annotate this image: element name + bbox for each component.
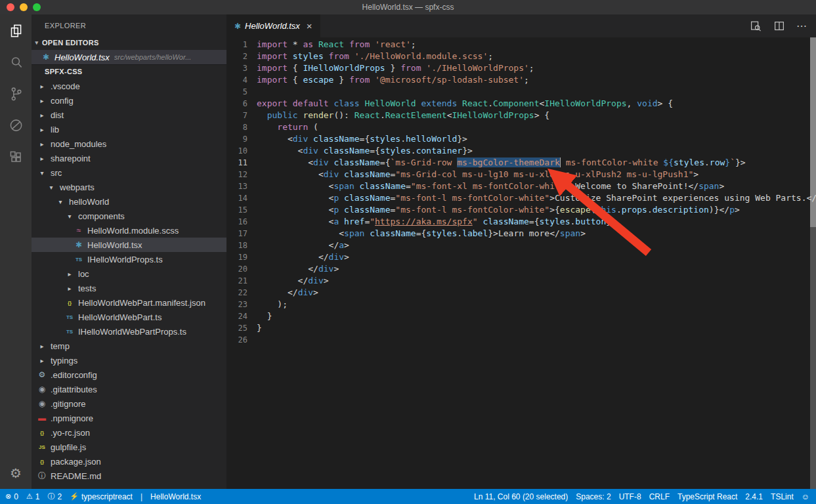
line-number[interactable]: 8 [226,121,247,133]
code-line-2[interactable]: 2import styles from './HelloWorld.module… [226,51,816,62]
tree-item-README.md[interactable]: ⓘREADME.md [32,469,226,483]
tree-item-dist[interactable]: ▸dist [32,108,226,122]
line-number[interactable]: 14 [226,192,247,204]
tree-item-gulpfile.js[interactable]: JSgulpfile.js [32,440,226,454]
search-icon[interactable] [3,51,29,74]
code-line-22[interactable]: 22 </div> [226,287,816,299]
line-number[interactable]: 24 [226,310,247,322]
line-number[interactable]: 10 [226,145,247,157]
line-number[interactable]: 15 [226,204,247,216]
tree-item-sharepoint[interactable]: ▸sharepoint [32,151,226,165]
problems-infos[interactable]: ⓘ 2 [47,492,62,501]
code-line-8[interactable]: 8 return ( [226,121,816,133]
code-line-4[interactable]: 4import { escape } from '@microsoft/sp-l… [226,74,816,86]
tree-item-.vscode[interactable]: ▸.vscode [32,79,226,93]
line-number[interactable]: 23 [226,299,247,310]
line-number[interactable]: 17 [226,228,247,240]
close-window-button[interactable] [7,3,14,11]
code-line-3[interactable]: 3import { IHelloWorldProps } from './IHe… [226,62,816,74]
line-number[interactable]: 7 [226,110,247,121]
tree-item-src[interactable]: ▾src [32,165,226,180]
language-indicator[interactable]: TypeScript React [677,492,737,501]
code-line-14[interactable]: 14 <p className="ms-font-l ms-fontColor-… [226,192,816,204]
tree-item-node_modules[interactable]: ▸node_modules [32,136,226,151]
more-actions-icon[interactable]: ⋯ [796,21,807,32]
line-number[interactable]: 22 [226,287,247,299]
tree-item-typings[interactable]: ▸typings [32,353,226,368]
code-line-18[interactable]: 18 </a> [226,240,816,251]
code-line-7[interactable]: 7 public render(): React.ReactElement<IH… [226,110,816,121]
tree-item-config[interactable]: ▸config [32,93,226,108]
explorer-icon[interactable] [3,20,29,42]
problems-errors[interactable]: ⊗ 0 [5,492,18,501]
code-line-16[interactable]: 16 <a href="https://aka.ms/spfx" classNa… [226,216,816,228]
tslint-indicator[interactable]: TSLint [771,492,794,501]
tree-item-helloWorld[interactable]: ▾helloWorld [32,194,226,209]
split-editor-icon[interactable] [773,20,786,33]
editor-scrollbar[interactable] [810,37,816,489]
typescript-version[interactable]: 2.4.1 [745,492,763,501]
tree-item-webparts[interactable]: ▾webparts [32,180,226,194]
source-control-icon[interactable] [3,83,29,105]
code-line-5[interactable]: 5 [226,86,816,98]
zoom-window-button[interactable] [33,3,41,11]
tree-item-.gitignore[interactable]: ◉.gitignore [32,396,226,411]
open-editor-item[interactable]: ✱ HelloWorld.tsx src/webparts/helloWor..… [32,50,226,64]
line-number[interactable]: 19 [226,251,247,263]
line-number[interactable]: 21 [226,275,247,287]
cursor-position[interactable]: Ln 11, Col 60 (20 selected) [474,492,568,501]
code-editor[interactable]: 1import * as React from 'react';2import … [226,37,816,489]
feedback-smiley-icon[interactable]: ☺ [802,492,809,501]
problems-warnings[interactable]: ⚠ 1 [26,492,40,501]
tree-item-HelloWorldWebPart.manifest.json[interactable]: {}HelloWorldWebPart.manifest.json [32,295,226,310]
tree-item-HelloWorld.tsx[interactable]: ✱HelloWorld.tsx [32,238,226,252]
code-line-21[interactable]: 21 </div> [226,275,816,287]
extensions-icon[interactable] [3,146,29,168]
indentation-indicator[interactable]: Spaces: 2 [576,492,611,501]
code-line-6[interactable]: 6export default class HelloWorld extends… [226,98,816,110]
code-line-10[interactable]: 10 <div className={styles.container}> [226,145,816,157]
tree-item-temp[interactable]: ▸temp [32,339,226,353]
line-number[interactable]: 5 [226,86,247,98]
project-section-header[interactable]: SPFX-CSS [32,64,226,79]
open-editors-header[interactable]: ▾ OPEN EDITORS [32,35,226,50]
tree-item-lib[interactable]: ▸lib [32,122,226,136]
tree-item-.editorconfig[interactable]: ⚙.editorconfig [32,368,226,382]
code-line-12[interactable]: 12 <div className="ms-Grid-col ms-u-lg10… [226,169,816,180]
line-number[interactable]: 2 [226,51,247,62]
code-line-20[interactable]: 20 </div> [226,263,816,275]
line-number[interactable]: 3 [226,62,247,74]
line-number[interactable]: 11 [226,157,247,169]
active-file-indicator[interactable]: HelloWorld.tsx [150,492,201,501]
minimize-window-button[interactable] [20,3,28,11]
code-line-26[interactable]: 26 [226,334,816,346]
line-number[interactable]: 25 [226,322,247,334]
tab-helloworld-tsx[interactable]: ✱ HelloWorld.tsx × [226,14,320,37]
close-tab-icon[interactable]: × [307,20,312,32]
code-line-19[interactable]: 19 </div> [226,251,816,263]
line-number[interactable]: 26 [226,334,247,346]
code-line-24[interactable]: 24 } [226,310,816,322]
code-line-9[interactable]: 9 <div className={styles.helloWorld}> [226,133,816,145]
code-line-25[interactable]: 25} [226,322,816,334]
tree-item-package.json[interactable]: {}package.json [32,454,226,469]
language-mode-indicator[interactable]: ⚡ typescriptreact [70,492,133,501]
code-line-17[interactable]: 17 <span className={styles.label}>Learn … [226,228,816,240]
line-number[interactable]: 4 [226,74,247,86]
line-number[interactable]: 13 [226,180,247,192]
code-line-15[interactable]: 15 <p className="ms-font-l ms-fontColor-… [226,204,816,216]
tree-item-IHelloWorldProps.ts[interactable]: TSIHelloWorldProps.ts [32,252,226,266]
tree-item-.yo-rc.json[interactable]: {}.yo-rc.json [32,425,226,440]
line-number[interactable]: 12 [226,169,247,180]
eol-indicator[interactable]: CRLF [649,492,670,501]
tree-item-tests[interactable]: ▸tests [32,281,226,295]
debug-icon[interactable] [3,114,29,136]
tree-item-IHelloWorldWebPartProps.ts[interactable]: TSIHelloWorldWebPartProps.ts [32,324,226,339]
tree-item-loc[interactable]: ▸loc [32,266,226,281]
settings-gear-icon[interactable]: ⚙ [10,465,22,481]
line-number[interactable]: 6 [226,98,247,110]
code-line-1[interactable]: 1import * as React from 'react'; [226,39,816,51]
line-number[interactable]: 18 [226,240,247,251]
line-number[interactable]: 20 [226,263,247,275]
line-number[interactable]: 1 [226,39,247,51]
